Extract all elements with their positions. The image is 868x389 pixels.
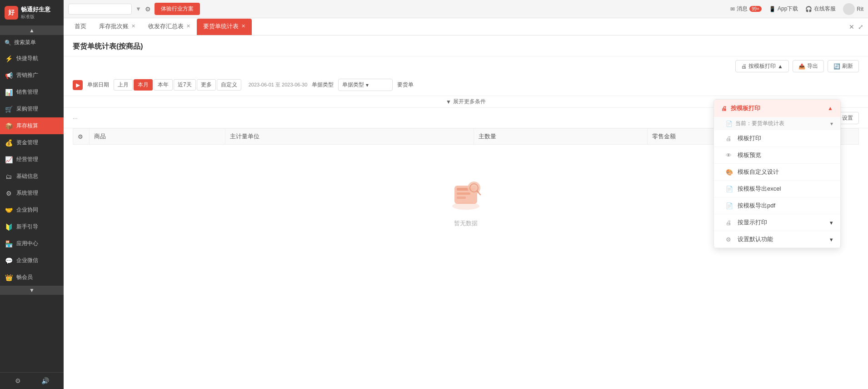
sidebar-item-label: 库存核算 [16, 122, 38, 130]
current-label-text: 当前：要货单统计表 [735, 120, 784, 127]
tab-inventory-batch-close[interactable]: ✕ [131, 23, 135, 29]
template-preview-icon: 👁 [726, 152, 733, 159]
sidebar-item-finance[interactable]: 💰 资金管理 [0, 134, 64, 151]
filter-order-type-value: 单据类型 [342, 81, 364, 89]
sidebar-item-label: 畅会员 [16, 273, 33, 281]
operation-icon: 📈 [5, 156, 13, 163]
dropdown-item-export-pdf[interactable]: 📄 按模板导出pdf [714, 197, 840, 214]
sidebar-item-quick-nav[interactable]: ⚡ 快捷导航 [0, 50, 64, 67]
message-label: 消息 [737, 5, 748, 13]
sidebar-item-member[interactable]: 👑 畅会员 [0, 269, 64, 286]
filter-order-type-label: 单据类型 [312, 81, 334, 89]
message-item[interactable]: ✉ 消息 99+ [730, 5, 762, 13]
date-btn-prev[interactable]: 上月 [114, 79, 133, 91]
sidebar-item-base[interactable]: 🗂 基础信息 [0, 168, 64, 185]
dropdown-header[interactable]: 🖨 按模板打印 ▲ [714, 100, 840, 117]
sound-bottom-icon[interactable]: 🔊 [41, 377, 49, 384]
template-design-icon: 🎨 [726, 169, 733, 176]
date-btn-current[interactable]: 本月 [134, 79, 153, 91]
sidebar-item-inventory[interactable]: 📦 库存核算 [0, 117, 64, 134]
filter-order-type-select[interactable]: 单据类型 ▾ [338, 79, 393, 91]
sidebar-item-label: 快捷导航 [16, 55, 38, 62]
dropdown-item-default-func[interactable]: ⚙ 设置默认功能 ▾ [714, 231, 840, 248]
dropdown-item-template-design[interactable]: 🎨 模板自定义设计 [714, 164, 840, 181]
toolbar-more-icon[interactable]: ··· [73, 115, 78, 121]
message-icon: ✉ [730, 6, 735, 12]
tab-receivables-close[interactable]: ✕ [186, 23, 190, 29]
sidebar-item-weixin[interactable]: 💬 企业微信 [0, 252, 64, 269]
dropdown-print-icon: 🖨 [721, 105, 727, 112]
tab-receivables[interactable]: 收发存汇总表 ✕ [142, 19, 197, 35]
table-toolbar: 🖨 按模板打印 ▲ 📤 导出 🔄 刷新 [64, 56, 868, 74]
sidebar-item-sales[interactable]: 📊 销售管理 [0, 84, 64, 101]
sidebar-search[interactable]: 🔍 搜索菜单 [0, 35, 64, 50]
filter-order-goods-label: 要货单 [397, 81, 414, 89]
date-btn-year[interactable]: 本年 [154, 79, 173, 91]
tabs-bar: 首页 库存批次账 ✕ 收发存汇总表 ✕ 要货单统计表 ✕ ✕ ⤢ [64, 18, 868, 35]
app-name: 畅通好生意 [21, 5, 50, 14]
appstore-icon: 🏪 [5, 240, 13, 248]
sidebar-item-label: 新手引导 [16, 223, 38, 231]
svg-rect-3 [457, 192, 470, 195]
member-icon: 👑 [5, 274, 13, 281]
marketing-icon: 📢 [5, 72, 13, 79]
sidebar-item-operation[interactable]: 📈 经营管理 [0, 151, 64, 168]
dropdown-title: 按模板打印 [731, 104, 760, 112]
date-btn-custom[interactable]: 自定义 [217, 79, 241, 91]
tab-home[interactable]: 首页 [68, 19, 93, 35]
sidebar-item-guide[interactable]: 🔰 新手引导 [0, 218, 64, 235]
system-icon: ⚙ [5, 190, 13, 197]
export-excel-label: 按模板导出excel [738, 185, 781, 193]
sidebar-scroll-down[interactable]: ▼ [0, 286, 64, 295]
dropdown-item-display-print[interactable]: 🖨 按显示打印 ▾ [714, 214, 840, 231]
online-service-item[interactable]: 🎧 在线客服 [805, 5, 836, 13]
empty-illustration [443, 172, 489, 213]
dropdown-item-export-excel[interactable]: 📄 按模板导出excel [714, 181, 840, 197]
tab-maximize-icon[interactable]: ⤢ [858, 23, 863, 30]
date-btn-7days[interactable]: 近7天 [174, 79, 196, 91]
dropdown-item-template-preview[interactable]: 👁 模板预览 [714, 147, 840, 164]
app-download-item[interactable]: 📱 App下载 [769, 5, 798, 13]
inventory-icon: 📦 [5, 122, 13, 130]
th-goods: 商品 [90, 129, 225, 145]
tab-minimize-icon[interactable]: ✕ [849, 23, 854, 30]
tab-inventory-batch[interactable]: 库存批次账 ✕ [93, 19, 142, 35]
sidebar-scroll-up[interactable]: ▲ [0, 26, 64, 35]
sidebar-item-label: 应用中心 [16, 240, 38, 248]
sidebar-item-label: 营销推广 [16, 71, 38, 79]
export-btn[interactable]: 📤 导出 [793, 60, 824, 72]
dropdown-collapse-icon[interactable]: ▲ [828, 105, 833, 111]
sidebar-item-purchase[interactable]: 🛒 采购管理 [0, 101, 64, 117]
column-settings-icon[interactable]: ⚙ [78, 133, 83, 140]
print-label: 按模板打印 [748, 62, 776, 70]
refresh-icon: 🔄 [833, 63, 840, 70]
sidebar-item-appstore[interactable]: 🏪 应用中心 [0, 235, 64, 252]
filter-expand-btn[interactable]: ▶ [73, 80, 83, 90]
th-settings[interactable]: ⚙ [73, 129, 90, 145]
tab-receivables-label: 收发存汇总表 [148, 22, 184, 30]
tab-order-stats[interactable]: 要货单统计表 ✕ [197, 19, 252, 35]
purchase-icon: 🛒 [5, 106, 13, 113]
empty-text: 暂无数据 [454, 219, 478, 227]
filter-bar: ▶ 单据日期 上月 本月 本年 近7天 更多 自定义 2023-06-01 至 … [64, 74, 868, 96]
settings-bottom-icon[interactable]: ⚙ [15, 377, 21, 384]
print-btn[interactable]: 🖨 按模板打印 ▲ [735, 60, 789, 72]
topbar-search-input[interactable] [68, 4, 132, 15]
topbar-dropdown-arrow[interactable]: ▼ [135, 5, 141, 12]
filter-date-btns: 上月 本月 本年 近7天 更多 自定义 [114, 79, 241, 91]
trial-btn[interactable]: 体验行业方案 [155, 3, 200, 15]
tab-order-stats-close[interactable]: ✕ [241, 23, 245, 29]
sidebar-item-marketing[interactable]: 📢 营销推广 [0, 67, 64, 84]
date-btn-more[interactable]: 更多 [197, 79, 216, 91]
search-icon: 🔍 [5, 40, 11, 46]
sidebar-item-enterprise[interactable]: 🤝 企业协同 [0, 202, 64, 218]
expand-more-btn[interactable]: ▼ 展开更多条件 [446, 98, 486, 106]
refresh-btn[interactable]: 🔄 刷新 [828, 60, 859, 72]
sidebar-item-system[interactable]: ⚙ 系统管理 [0, 185, 64, 202]
export-label: 导出 [807, 62, 818, 70]
topbar-settings-icon[interactable]: ⚙ [145, 5, 151, 13]
dropdown-item-template-print[interactable]: 🖨 模板打印 [714, 130, 840, 147]
app-download-label: App下载 [778, 5, 798, 13]
print-dropdown-icon: ▲ [778, 63, 783, 70]
user-item[interactable]: Rit [843, 3, 863, 15]
